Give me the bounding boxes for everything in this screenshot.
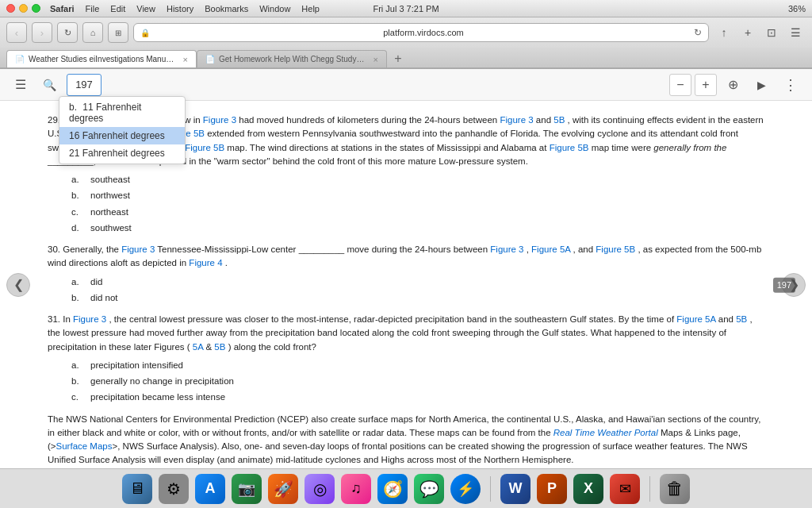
minimize-button[interactable] xyxy=(19,4,28,13)
add-tab-button[interactable]: + xyxy=(390,51,406,67)
menu-window[interactable]: Window xyxy=(259,4,290,13)
dock-word[interactable]: W xyxy=(500,474,530,504)
fit-page-button[interactable]: ⊕ xyxy=(720,72,745,98)
dock-safari[interactable]: 🧭 xyxy=(377,474,408,504)
dock-itunes[interactable]: ♫ xyxy=(341,474,371,504)
dropdown-item-2[interactable]: 16 Fahrenheit degrees xyxy=(59,127,185,144)
dock-messenger[interactable]: ⚡ xyxy=(450,474,481,504)
left-arrow-icon: ❮ xyxy=(13,275,24,294)
dock-finder[interactable]: 🖥 xyxy=(122,474,152,504)
dock-powerpoint[interactable]: P xyxy=(537,474,567,504)
zoom-in-button[interactable]: + xyxy=(695,74,717,96)
dock-launchpad[interactable]: 🚀 xyxy=(268,474,298,504)
dock-mail[interactable]: ✉ xyxy=(610,474,640,504)
maximize-button[interactable] xyxy=(32,4,40,13)
menu-file[interactable]: File xyxy=(86,4,100,13)
answer-31a: a.precipitation intensified xyxy=(71,359,764,372)
answer-31c: c.precipitation became less intense xyxy=(71,391,764,404)
tab-overview-button[interactable]: ⊞ xyxy=(108,22,128,43)
menu-safari[interactable]: Safari xyxy=(50,4,75,13)
dropdown-label-c: 16 Fahrenheit degrees xyxy=(69,130,165,141)
fig-link-5a-c[interactable]: 5A xyxy=(193,342,203,352)
menu-bookmarks[interactable]: Bookmarks xyxy=(205,4,248,13)
fig-link-3a[interactable]: Figure 3 xyxy=(203,115,236,125)
messages-icon: 💬 xyxy=(419,479,439,498)
q29-text6: map. The wind directions at stations in … xyxy=(227,143,549,152)
answer-text-29a: southeast xyxy=(90,173,130,187)
system-preferences-icon: ⚙ xyxy=(167,479,181,498)
dock-system-preferences[interactable]: ⚙ xyxy=(159,474,189,504)
more-options-button[interactable]: ⋮ xyxy=(777,72,802,98)
fig-link-5b-e[interactable]: Figure 5B xyxy=(596,244,635,254)
question-31-answers: a.precipitation intensified b.generally … xyxy=(71,359,764,405)
hamburger-menu-button[interactable]: ☰ xyxy=(10,74,32,96)
fig-link-4a[interactable]: Figure 4 xyxy=(189,258,222,267)
tab-close-inactive[interactable]: × xyxy=(373,55,378,64)
fig-link-3c[interactable]: Figure 3 xyxy=(121,244,155,254)
answer-text-29c: northeast xyxy=(90,206,128,219)
zoom-out-button[interactable]: − xyxy=(669,74,691,96)
q29-italic: generally from the xyxy=(653,143,726,152)
menu-view[interactable]: View xyxy=(136,4,155,13)
home-button[interactable]: ⌂ xyxy=(82,22,103,43)
menu-history[interactable]: History xyxy=(167,4,193,13)
answer-label-31c: c. xyxy=(71,391,84,404)
siri-icon: ◎ xyxy=(313,479,327,498)
question-30-answers: a.did b.did not xyxy=(71,275,764,306)
share-button[interactable]: ↑ xyxy=(714,22,734,43)
sidebar-button[interactable]: ☰ xyxy=(785,22,806,43)
play-button[interactable]: ▶ xyxy=(749,72,774,98)
surface-maps-link[interactable]: Surface Maps xyxy=(56,441,113,451)
tab-favicon: 📄 xyxy=(15,55,25,64)
fig-link-5b-a[interactable]: 5B xyxy=(553,115,565,125)
back-button[interactable]: ‹ xyxy=(6,22,27,43)
browser-chrome: ‹ › ↻ ⌂ ⊞ 🔒 platform.virdocs.com ↻ ↑ + ⊡… xyxy=(0,17,812,69)
dock-app-store[interactable]: A xyxy=(195,474,225,504)
forward-button[interactable]: › xyxy=(32,22,52,43)
answer-label-29c: c. xyxy=(71,206,84,219)
menu-edit[interactable]: Edit xyxy=(110,4,125,13)
new-tab-button[interactable]: + xyxy=(737,22,758,43)
answer-text-31a: precipitation intensified xyxy=(90,359,183,372)
q31-text1: In xyxy=(63,314,73,324)
address-refresh-icon[interactable]: ↻ xyxy=(694,27,702,38)
browser-toolbar: ‹ › ↻ ⌂ ⊞ 🔒 platform.virdocs.com ↻ ↑ + ⊡… xyxy=(0,17,812,48)
fig-link-5b-c[interactable]: Figure 5B xyxy=(185,143,224,152)
refresh-button[interactable]: ↻ xyxy=(57,22,78,43)
dock-trash[interactable]: 🗑 xyxy=(660,474,690,504)
q31-text6: ) along the cold front? xyxy=(228,342,316,352)
dock-messages[interactable]: 💬 xyxy=(414,474,444,504)
answer-label-29d: d. xyxy=(71,221,84,235)
reader-view-button[interactable]: ⊡ xyxy=(761,22,782,43)
search-button[interactable]: 🔍 xyxy=(38,74,60,96)
dropdown-item-1[interactable]: b. 11 Fahrenheit degrees xyxy=(59,98,185,127)
fig-link-3b[interactable]: Figure 3 xyxy=(500,115,533,125)
fig-link-5b-g[interactable]: 5B xyxy=(214,342,225,352)
word-icon: W xyxy=(509,480,523,497)
fig-link-3d[interactable]: Figure 3 xyxy=(490,244,523,254)
launchpad-icon: 🚀 xyxy=(274,479,293,498)
fig-link-5b-f[interactable]: 5B xyxy=(736,314,747,324)
tab-active[interactable]: 📄 Weather Studies eiInvestigations Manua… xyxy=(6,50,197,67)
dropdown-item-3[interactable]: 21 Fahrenheit degrees xyxy=(59,144,185,162)
tab-inactive[interactable]: 📄 Get Homework Help With Chegg Study | C… xyxy=(197,50,387,67)
q30-text2: Tennessee-Mississippi-Low center _______… xyxy=(157,244,490,254)
dropdown-label-b: b. xyxy=(69,102,77,113)
address-bar[interactable]: 🔒 platform.virdocs.com ↻ xyxy=(133,23,709,42)
fig-link-5a-a[interactable]: Figure 5A xyxy=(531,244,570,254)
dock-excel[interactable]: X xyxy=(573,474,603,504)
tab-close-active[interactable]: × xyxy=(183,55,188,64)
answer-text-29b: northwest xyxy=(90,189,130,202)
dock-siri[interactable]: ◎ xyxy=(304,474,335,504)
close-button[interactable] xyxy=(6,4,15,13)
page-number-input[interactable] xyxy=(67,74,102,96)
fig-link-5b-d[interactable]: Figure 5B xyxy=(550,143,589,152)
dock-facetime[interactable]: 📷 xyxy=(232,474,262,504)
mail-icon: ✉ xyxy=(619,480,631,498)
fig-link-5a-b[interactable]: Figure 5A xyxy=(676,314,715,324)
fig-link-3e[interactable]: Figure 3 xyxy=(73,314,106,324)
menu-help[interactable]: Help xyxy=(301,4,320,13)
prev-page-button[interactable]: ❮ xyxy=(6,273,30,297)
next-page-button[interactable]: ❯ 197 xyxy=(782,273,806,297)
real-time-weather-link[interactable]: Real Time Weather Portal xyxy=(553,428,658,437)
